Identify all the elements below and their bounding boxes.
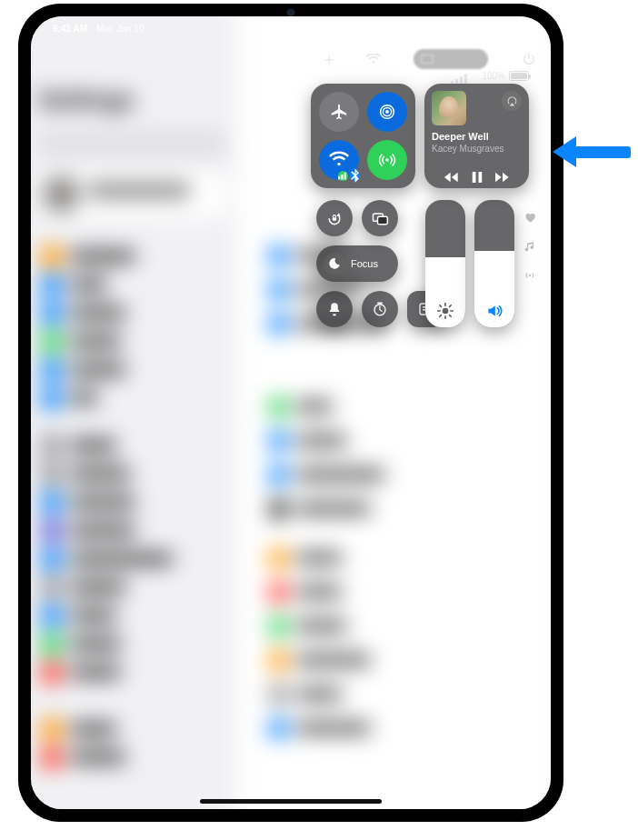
battery-text: 100% — [482, 71, 505, 81]
power-icon[interactable] — [520, 50, 538, 68]
cellular-signal-icon — [447, 73, 467, 84]
side-shortcut-icons — [522, 211, 538, 282]
svg-point-15 — [443, 308, 449, 315]
sun-icon — [425, 302, 465, 320]
cc-top-bar: ＋ — [320, 49, 538, 69]
volume-slider[interactable] — [474, 200, 514, 327]
music-icon[interactable] — [523, 240, 536, 253]
timer-button[interactable] — [362, 291, 398, 327]
svg-point-6 — [385, 158, 388, 161]
now-playing-tile[interactable]: Deeper Well Kacey Musgraves — [424, 84, 529, 188]
brightness-slider[interactable] — [425, 200, 465, 327]
svg-point-16 — [529, 275, 531, 276]
ipad-frame: Settings 9:41 AM Mon Jun 10 ＋ — [18, 4, 563, 822]
ipad-icon — [421, 55, 434, 64]
callout-arrow — [553, 136, 631, 167]
hotspot-icon[interactable] — [523, 269, 536, 282]
media-artist: Kacey Musgraves — [432, 144, 523, 154]
status-date: Mon Jun 10 — [96, 24, 144, 34]
screen-mirroring-button[interactable] — [362, 200, 398, 236]
airdrop-button[interactable] — [367, 92, 407, 132]
media-title: Deeper Well — [432, 131, 489, 142]
screen: Settings 9:41 AM Mon Jun 10 ＋ — [31, 16, 551, 809]
svg-rect-7 — [472, 172, 475, 183]
airplay-audio-icon[interactable] — [502, 91, 522, 111]
airplane-mode-button[interactable] — [319, 92, 359, 132]
focus-label: Focus — [351, 258, 378, 269]
svg-rect-11 — [378, 216, 388, 224]
bluetooth-mini-icon — [350, 171, 360, 181]
prev-track-icon[interactable] — [444, 172, 459, 183]
pause-icon[interactable] — [472, 172, 483, 183]
silent-mode-button[interactable] — [316, 291, 353, 327]
front-camera — [287, 9, 294, 16]
orientation-lock-button[interactable] — [316, 200, 353, 236]
home-indicator[interactable] — [200, 799, 382, 804]
svg-rect-9 — [333, 217, 336, 221]
moon-icon — [324, 253, 345, 275]
svg-rect-8 — [478, 172, 482, 183]
wifi-button[interactable] — [319, 140, 359, 180]
svg-rect-5 — [344, 173, 346, 180]
svg-rect-3 — [338, 176, 340, 179]
speaker-icon — [474, 302, 514, 320]
cellular-mini-icon — [338, 171, 348, 181]
cellular-data-button[interactable] — [367, 140, 407, 180]
heart-icon[interactable] — [523, 211, 536, 224]
focus-button[interactable]: Focus — [316, 245, 398, 282]
svg-point-0 — [385, 110, 389, 114]
next-track-icon[interactable] — [495, 172, 510, 183]
status-time: 9:41 AM — [53, 24, 87, 34]
battery-indicator: 100% — [482, 71, 529, 81]
add-control-icon[interactable]: ＋ — [320, 48, 338, 70]
wifi-status-icon — [366, 54, 381, 65]
battery-icon — [509, 71, 529, 81]
status-bar: 9:41 AM Mon Jun 10 — [31, 16, 551, 40]
bg-heading: Settings — [37, 85, 135, 115]
svg-rect-4 — [342, 175, 344, 180]
connected-device-pill[interactable] — [414, 49, 488, 69]
album-art — [432, 91, 466, 125]
connectivity-group[interactable] — [311, 84, 415, 188]
